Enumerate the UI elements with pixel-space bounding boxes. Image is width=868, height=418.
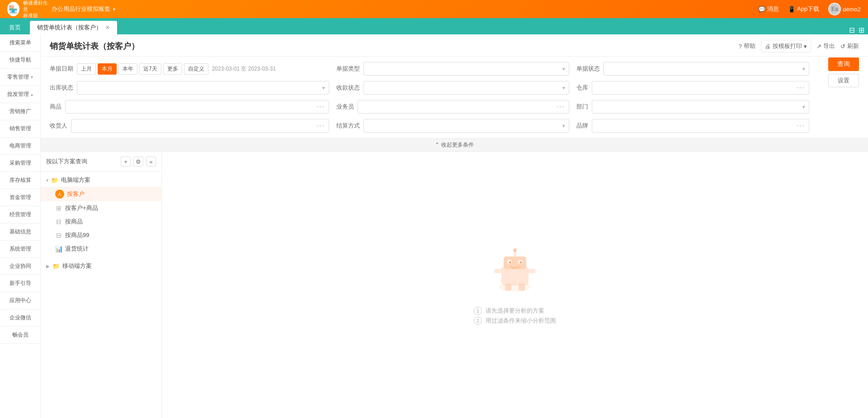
tree-group-desktop-header[interactable]: ▾ 📁 电脑端方案 xyxy=(41,173,161,187)
salesman-col: 业务员 ··· xyxy=(336,100,569,114)
order-type-col: 单据类型 ▾ xyxy=(336,62,569,76)
sidebar-item-newbie[interactable]: 新手引导 xyxy=(0,275,40,292)
out-status-select[interactable]: ▾ xyxy=(77,81,329,95)
collect-status-select[interactable]: ▾ xyxy=(363,81,569,95)
date-range-display: 2023-03-01 至 2023-03-31 xyxy=(212,65,276,73)
tree-item-by-customer[interactable]: 人 按客户 xyxy=(41,187,161,201)
brand-dots-icon: ··· xyxy=(797,122,805,130)
date-btn-this-year[interactable]: 本年 xyxy=(118,63,137,75)
goods-col: 商品 ··· xyxy=(50,100,329,114)
empty-icon xyxy=(474,244,556,299)
tab-maximize-button[interactable]: ⊞ xyxy=(859,26,864,34)
tree-mobile-folder-icon: 📁 xyxy=(52,263,60,270)
order-type-select[interactable]: ▾ xyxy=(363,62,569,76)
panel-header: 按以下方案查询 + ⚙ « xyxy=(41,152,161,171)
date-btn-last-month[interactable]: 上月 xyxy=(77,63,96,75)
tree-item-by-goods[interactable]: ⊟ 按商品 xyxy=(41,215,161,228)
panel-add-button[interactable]: + xyxy=(121,157,131,166)
tab-close-icon[interactable]: ✕ xyxy=(105,24,110,31)
sidebar-item-app-center[interactable]: 应用中心 xyxy=(0,292,40,309)
workspace-selector[interactable]: 办公用品行业模拟账套 ▾ xyxy=(48,5,758,13)
sidebar-item-sales[interactable]: 销售管理 xyxy=(0,120,40,138)
warehouse-label: 仓库 xyxy=(576,84,588,92)
warehouse-select[interactable]: ··· xyxy=(592,81,809,95)
help-button[interactable]: ? 帮助 xyxy=(739,42,755,50)
receiver-select[interactable]: ··· xyxy=(71,119,329,133)
date-btn-this-month[interactable]: 本月 xyxy=(98,63,117,75)
collect-status-label: 收款状态 xyxy=(336,84,360,92)
sidebar-item-finance[interactable]: 资金管理 xyxy=(0,189,40,206)
date-btn-more[interactable]: 更多 xyxy=(163,63,182,75)
svg-point-8 xyxy=(513,248,517,252)
receiver-dots-icon: ··· xyxy=(316,122,325,130)
panel-settings-button[interactable]: ⚙ xyxy=(133,157,143,166)
date-btn-7days[interactable]: 近7天 xyxy=(139,63,161,75)
sidebar-item-ecommerce[interactable]: 电商管理 xyxy=(0,138,40,155)
sidebar-item-quick-nav[interactable]: 快捷导航 xyxy=(0,52,40,69)
collapse-bar[interactable]: ⌃ 收起更多条件 xyxy=(41,138,868,152)
goods-select[interactable]: ··· xyxy=(65,100,329,114)
page-header: 销货单统计表（按客户） ? 帮助 🖨 按模板打印 ▾ ↗ 导出 xyxy=(41,34,868,57)
salesman-dots-icon: ··· xyxy=(557,103,565,111)
salesman-select[interactable]: ··· xyxy=(358,100,569,114)
goods99-icon: ⊟ xyxy=(55,232,62,239)
brand-select[interactable]: ··· xyxy=(592,119,809,133)
order-status-label: 单据状态 xyxy=(576,65,600,73)
tree-item-sales-return[interactable]: 📊 退货统计 xyxy=(41,242,161,256)
settlement-arrow-icon: ▾ xyxy=(562,123,565,129)
tree-group-mobile: ▶ 📁 移动端方案 xyxy=(41,257,161,275)
tab-home[interactable]: 首页 xyxy=(2,21,28,34)
message-button[interactable]: 💬 消息 xyxy=(758,5,779,13)
template-print-button[interactable]: 🖨 按模板打印 ▾ xyxy=(761,40,811,52)
svg-rect-9 xyxy=(494,269,502,273)
svg-rect-12 xyxy=(519,284,525,291)
sidebar-item-marketing[interactable]: 营销推广 xyxy=(0,103,40,120)
tree-item-by-customer-goods[interactable]: ⊞ 按客户+商品 xyxy=(41,201,161,215)
sidebar-item-retail[interactable]: 零售管理 ▾ xyxy=(0,69,40,86)
left-panel: 按以下方案查询 + ⚙ « ▾ 📁 电脑端方案 xyxy=(41,152,162,418)
goods-dots-icon: ··· xyxy=(316,103,325,111)
tree-group-mobile-header[interactable]: ▶ 📁 移动端方案 xyxy=(41,259,161,273)
logo-icon: 🏪 xyxy=(7,2,19,16)
tree-group-desktop: ▾ 📁 电脑端方案 人 按客户 ⊞ 按客户+商品 xyxy=(41,171,161,257)
settings-button[interactable]: 设置 xyxy=(828,74,859,87)
sidebar-item-basic-info[interactable]: 基础信息 xyxy=(0,223,40,241)
sidebar-item-enterprise[interactable]: 企业协同 xyxy=(0,258,40,275)
app-download-button[interactable]: 📱 App下载 xyxy=(788,5,819,13)
sidebar-item-member[interactable]: 畅会员 xyxy=(0,327,40,344)
sidebar-item-wholesale[interactable]: 批发管理 ▴ xyxy=(0,86,40,103)
panel-collapse-button[interactable]: « xyxy=(146,157,156,166)
tree-item-by-goods-99[interactable]: ⊟ 按商品99 xyxy=(41,228,161,242)
brand-col: 品牌 ··· xyxy=(576,119,809,133)
tree-mobile-arrow-icon: ▶ xyxy=(46,264,50,269)
collapse-up-icon: ⌃ xyxy=(435,142,439,148)
tab-sales-stat[interactable]: 销货单统计表（按客户） ✕ xyxy=(30,21,117,34)
sidebar-item-inventory[interactable]: 库存核算 xyxy=(0,172,40,189)
query-button[interactable]: 查询 xyxy=(828,57,859,71)
sidebar-item-purchase[interactable]: 采购管理 xyxy=(0,155,40,172)
tab-minimize-button[interactable]: ⊟ xyxy=(849,26,855,34)
user-area[interactable]: Ea demo2 xyxy=(828,3,861,15)
svg-rect-1 xyxy=(501,266,528,285)
order-status-select[interactable]: ▾ xyxy=(604,62,809,76)
sidebar-item-search-menu[interactable]: 搜索菜单 xyxy=(0,34,40,52)
refresh-button[interactable]: ↺ 刷新 xyxy=(840,42,859,50)
order-type-arrow-icon: ▾ xyxy=(562,66,565,72)
date-btn-custom[interactable]: 自定义 xyxy=(184,63,208,75)
page-actions: ? 帮助 🖨 按模板打印 ▾ ↗ 导出 ↺ 刷新 xyxy=(739,40,859,52)
content-with-panel: 按以下方案查询 + ⚙ « ▾ 📁 电脑端方案 xyxy=(41,152,868,418)
sidebar-item-system[interactable]: 系统管理 xyxy=(0,241,40,258)
settlement-select[interactable]: ▾ xyxy=(363,119,569,133)
salesman-label: 业务员 xyxy=(336,103,354,111)
empty-state: 1 请先选择要分析的方案 2 用过滤条件来缩小分析范围 xyxy=(474,244,556,327)
brand-label: 品牌 xyxy=(576,122,588,130)
sidebar-item-enterprise-wechat[interactable]: 企业微信 xyxy=(0,309,40,327)
page-title: 销货单统计表（按客户） xyxy=(50,41,139,52)
sales-return-icon: 📊 xyxy=(55,245,62,252)
export-button[interactable]: ↗ 导出 xyxy=(816,42,835,50)
sidebar-item-operations[interactable]: 经营管理 xyxy=(0,206,40,223)
top-actions: 💬 消息 📱 App下载 Ea demo2 xyxy=(758,3,861,15)
customer-goods-icon: ⊞ xyxy=(55,204,62,212)
tab-bar-actions: ⊟ ⊞ xyxy=(849,26,868,34)
department-select[interactable]: ▾ xyxy=(592,100,809,114)
